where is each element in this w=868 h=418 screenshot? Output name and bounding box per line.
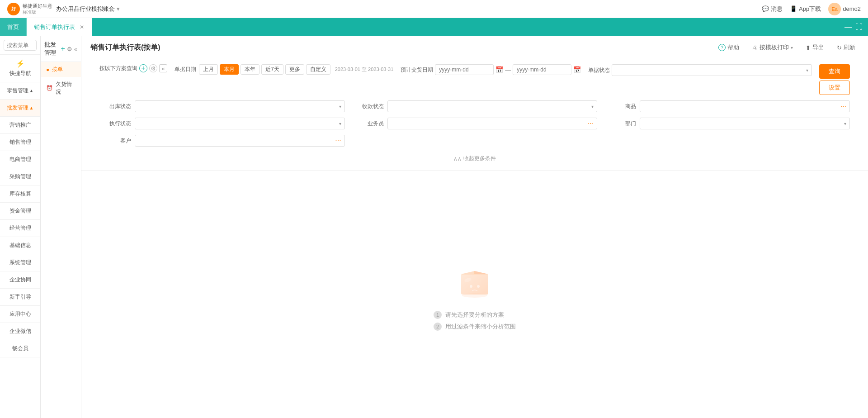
sidebar-item-operation[interactable]: 经营管理 [0,220,40,237]
refresh-icon: ↻ [837,44,842,51]
subsidebar-item-debt[interactable]: ⏰ 欠货情况 [41,77,81,100]
sub-sidebar-header: 批发管理 + ⚙ « [41,36,81,62]
status-select-wrapper: ▾ [612,64,812,76]
nav-dropdown-icon[interactable]: ▾ [117,5,120,12]
tab-home[interactable]: 首页 [0,18,27,36]
subsidebar-collapse-btn[interactable]: « [74,46,77,52]
sidebar-item-sales[interactable]: 销售管理 [0,134,40,151]
date-btn-last-month[interactable]: 上月 [199,64,218,75]
sidebar-item-purchase[interactable]: 采购管理 [0,168,40,185]
user-area[interactable]: Ea demo2 [828,3,861,15]
goods-dots-btn[interactable]: ··· [840,102,846,110]
filter-row-3: 执行状态 业务员 ··· [99,118,850,129]
empty-illustration [452,258,497,304]
date-btn-this-year[interactable]: 本年 [241,64,259,75]
sidebar-item-appstore[interactable]: 应用中心 [0,306,40,323]
expected-date-start[interactable] [435,64,494,75]
goods-input[interactable] [640,100,850,112]
recv-status-select[interactable] [387,100,598,112]
refresh-btn[interactable]: ↻ 刷新 [833,42,859,53]
tab-minimize-btn[interactable]: — [844,23,852,31]
app-download-btn[interactable]: 📱 App下载 [790,5,821,13]
tab-maximize-btn[interactable]: ⛶ [855,23,863,31]
salesman-input[interactable] [387,118,598,129]
sidebar-item-quicknav[interactable]: ⚡ 快捷导航 [0,55,40,82]
svg-rect-0 [461,274,488,294]
filter-row-1: 按以下方案查询 + ⚙ « 单据日期 上月 本月 本年 近7天 更多 [99,64,850,95]
date-btn-this-month[interactable]: 本月 [220,64,239,75]
scheme-collapse-btn[interactable]: « [159,64,167,72]
salesman-label: 业务员 [352,120,384,128]
empty-area: 1 请先选择要分析的方案 2 用过滤条件来缩小分析范围 [81,171,868,418]
sidebar-item-ecom[interactable]: 电商管理 [0,151,40,168]
calendar-icon-end[interactable]: 📅 [573,66,581,73]
top-bar-left: 好 畅捷通好生意 标准版 办公用品行业模拟账套 ▾ [7,3,120,15]
sidebar-item-basicinfo[interactable]: 基础信息 [0,237,40,254]
query-btn[interactable]: 查询 [819,64,850,79]
sidebar-item-wholesale[interactable]: 批发管理 ▲ [0,100,40,117]
tab-bar: 首页 销售订单执行表 ✕ — ⛶ [0,18,868,36]
filter-recv-status: 收款状态 [352,100,598,112]
salesman-dots-btn[interactable]: ··· [588,119,594,128]
goods-input-wrapper: ··· [640,100,850,112]
scheme-add-btn[interactable]: + [139,64,147,72]
sidebar-item-system[interactable]: 系统管理 [0,254,40,271]
exec-status-input [135,118,345,129]
customer-input[interactable] [135,135,345,147]
sidebar-item-wechat[interactable]: 企业微信 [0,323,40,340]
print-icon: 🖨 [752,44,758,51]
sidebar-item-newbie[interactable]: 新手引导 [0,289,40,306]
tab-close-icon[interactable]: ✕ [80,24,84,30]
date-btn-more[interactable]: 更多 [285,64,304,75]
exec-status-label: 执行状态 [99,120,131,128]
sidebar-item-finance[interactable]: 资金管理 [0,203,40,220]
out-status-label: 出库状态 [99,103,131,110]
sub-sidebar-actions: + ⚙ « [61,45,77,53]
svg-point-5 [477,285,480,288]
customer-input-wrapper: ··· [135,135,345,147]
out-status-select[interactable] [135,100,345,112]
sidebar-item-member[interactable]: 畅会员 [0,340,40,357]
export-icon: ⬆ [806,44,811,51]
export-btn[interactable]: ⬆ 导出 [802,42,828,53]
expected-date-end[interactable] [513,64,571,75]
customer-dots-btn[interactable]: ··· [335,137,341,145]
dept-input [640,118,850,129]
date-btn-last7[interactable]: 近7天 [261,64,283,75]
subsidebar-item-order[interactable]: ● 按单 [41,62,81,77]
filter-customer: 客户 ··· [99,135,345,147]
status-label: 单据状态 [588,66,610,74]
sidebar-item-marketing[interactable]: 营销推广 [0,117,40,134]
dept-label: 部门 [604,120,636,128]
tab-sales-exec[interactable]: 销售订单执行表 ✕ [27,18,92,36]
salesman-input-wrapper: ··· [387,118,598,129]
logo-icon: 好 [7,3,20,15]
date-label: 单据日期 [175,66,196,73]
exec-status-select[interactable] [135,118,345,129]
sidebar-item-inventory[interactable]: 库存核算 [0,185,40,203]
message-btn[interactable]: 💬 消息 [762,5,783,13]
scheme-settings-btn[interactable]: ⚙ [149,64,157,72]
tip-num-2: 2 [434,323,442,331]
sidebar-item-retail[interactable]: 零售管理 ▲ [0,82,40,100]
subsidebar-settings-btn[interactable]: ⚙ [67,46,72,52]
search-input[interactable] [4,40,37,51]
calendar-icon-start[interactable]: 📅 [495,66,503,73]
subsidebar-add-btn[interactable]: + [61,45,65,53]
empty-tip-2: 2 用过滤条件来缩小分析范围 [434,323,516,331]
collapse-bar[interactable]: ∧∧ 收起更多条件 [99,152,850,165]
status-select[interactable] [612,64,812,76]
logo-area: 好 畅捷通好生意 标准版 [7,3,52,15]
out-status-input [135,100,345,112]
sidebar-item-search[interactable] [0,36,40,55]
print-btn[interactable]: 🖨 按模板打印 ▾ [748,42,797,53]
dept-select[interactable] [640,118,850,129]
settings-btn[interactable]: 设置 [819,81,850,95]
date-btn-custom[interactable]: 自定义 [306,64,330,75]
goods-label: 商品 [604,103,636,110]
status-section: 单据状态 ▾ [588,64,812,76]
help-btn[interactable]: ? 帮助 [715,42,743,53]
sidebar-item-collab[interactable]: 企业协同 [0,271,40,289]
query-actions: 查询 设置 [819,64,850,95]
collapse-up-icon: ∧∧ [453,156,462,162]
